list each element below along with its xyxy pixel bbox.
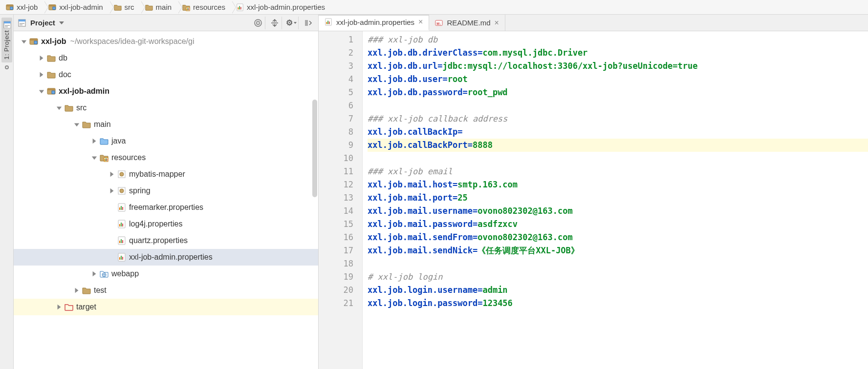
folder-icon [145,3,153,11]
excluded-icon [65,303,73,311]
hide-panel-button[interactable] [301,17,315,29]
code-body[interactable]: ### xxl-job dbxxl.job.db.driverClass=com… [363,31,868,369]
property-value: root [448,74,468,84]
editor-tab-bar: xxl-job-admin.properties×README.md× [319,15,868,31]
code-line[interactable]: xxl.job.mail.sendNick=《任务调度平台XXL-JOB》 [368,244,868,257]
code-line[interactable]: ### xxl-job db [368,33,868,46]
editor-tab[interactable]: README.md× [429,15,505,31]
property-key: xxl.job.db.driverClass [368,48,477,58]
editor-tab[interactable]: xxl-job-admin.properties× [319,15,429,31]
expand-arrow-icon[interactable] [38,88,45,95]
tree-item[interactable]: java [14,133,318,149]
tree-item[interactable]: doc [14,66,318,83]
tree-item[interactable]: test [14,282,318,299]
tree-item[interactable]: main [14,116,318,133]
expand-arrow-icon[interactable] [21,38,27,45]
property-key: xxl.job.mail.sendFrom [368,232,473,242]
code-line[interactable]: xxl.job.mail.host=smtp.163.com [368,178,868,191]
close-icon[interactable]: × [418,18,423,26]
line-number: 21 [319,297,353,310]
expand-arrow-icon[interactable] [56,304,63,310]
tree-item[interactable]: xxl-job-admin.properties [14,249,318,266]
property-value: 《任务调度平台XXL-JOB》 [477,246,579,255]
breadcrumb-item[interactable]: resources [178,0,232,14]
code-line[interactable]: xxl.job.mail.sendFrom=ovono802302@163.co… [368,231,868,244]
project-tool-button[interactable]: 1: Project [1,18,12,62]
expand-arrow-icon[interactable] [56,104,63,111]
pin-icon [5,65,9,69]
code-comment: ### xxl-job db [368,35,437,44]
code-line[interactable] [368,99,868,112]
expand-arrow-icon[interactable] [73,287,80,294]
breadcrumb-item[interactable]: main [141,0,179,14]
code-line[interactable] [368,257,868,270]
code-line[interactable] [368,152,868,165]
close-icon[interactable]: × [495,19,499,27]
code-line[interactable]: xxl.job.callBackPort=8888 [368,139,868,152]
expand-arrow-icon[interactable] [38,55,45,62]
tree-item[interactable]: resources [14,149,318,166]
tree-item-label: main [94,120,111,129]
code-editor[interactable]: 123456789101112131415161718192021 ### xx… [319,31,868,369]
line-number: 15 [319,218,353,231]
breadcrumb-label: xxl-job [17,3,38,11]
breadcrumb-item[interactable]: xxl-job [2,0,44,14]
line-number: 10 [319,152,353,165]
module-icon [6,3,14,11]
expand-arrow-icon[interactable] [38,71,45,78]
code-line[interactable]: ### xxl-job callback address [368,112,868,125]
code-line[interactable]: xxl.job.login.username=admin [368,284,868,297]
tree-item[interactable]: xxl-job~/workspaces/idea-git-workspace/g… [14,33,318,50]
equals-sign: = [453,193,457,203]
tree-item[interactable]: webapp [14,266,318,282]
breadcrumb-item[interactable]: xxl-job-admin [44,0,109,14]
code-line[interactable]: xxl.job.db.password=root_pwd [368,86,868,99]
equals-sign: = [462,87,467,97]
expand-arrow-icon[interactable] [91,270,98,277]
property-value: admin [482,285,507,295]
tab-label: xxl-job-admin.properties [336,18,414,26]
expand-arrow-icon[interactable] [108,187,115,194]
property-key: xxl.job.callBackIp [368,127,457,137]
tab-label: README.md [447,19,490,27]
code-line[interactable]: ### xxl-job email [368,165,868,178]
property-value: 123456 [482,298,512,308]
expand-arrow-icon[interactable] [73,121,80,128]
tree-item-label: target [76,303,96,311]
line-number: 1 [319,33,353,46]
tree-item[interactable]: db [14,50,318,66]
line-number: 5 [319,86,353,99]
breadcrumb-item[interactable]: src [110,0,141,14]
code-line[interactable]: # xxl-job login [368,270,868,284]
tree-item[interactable]: spring [14,183,318,199]
project-tree[interactable]: xxl-job~/workspaces/idea-git-workspace/g… [14,31,318,369]
tree-scrollbar[interactable] [312,100,317,197]
code-line[interactable]: xxl.job.mail.password=asdfzxcv [368,218,868,231]
code-line[interactable]: xxl.job.db.driverClass=com.mysql.jdbc.Dr… [368,46,868,60]
code-line[interactable]: xxl.job.callBackIp= [368,125,868,139]
code-line[interactable]: xxl.job.db.url=jdbc:mysql://localhost:33… [368,60,868,73]
tree-item[interactable]: target [14,299,318,315]
tree-item[interactable]: quartz.properties [14,232,318,249]
tree-item[interactable]: log4j.properties [14,216,318,232]
scroll-to-source-button[interactable] [251,17,265,29]
property-value: root_pwd [468,87,508,97]
expand-arrow-icon[interactable] [108,171,115,178]
project-panel-title: Project [30,19,55,27]
settings-button[interactable]: ⚙ [284,17,299,29]
property-key: xxl.job.mail.username [368,206,473,216]
tree-item[interactable]: mybatis-mapper [14,166,318,183]
tree-item[interactable]: src [14,100,318,116]
code-line[interactable]: xxl.job.db.user=root [368,73,868,86]
equals-sign: = [473,232,477,242]
breadcrumb-item[interactable]: xxl-job-admin.properties [232,0,332,14]
collapse-all-button[interactable] [267,17,282,29]
tree-item[interactable]: xxl-job-admin [14,83,318,100]
chevron-down-icon[interactable] [59,21,64,24]
expand-arrow-icon[interactable] [91,154,98,161]
code-line[interactable]: xxl.job.login.password=123456 [368,297,868,310]
code-line[interactable]: xxl.job.mail.port=25 [368,191,868,205]
tree-item[interactable]: freemarker.properties [14,199,318,216]
expand-arrow-icon[interactable] [91,138,98,144]
code-line[interactable]: xxl.job.mail.username=ovono802302@163.co… [368,205,868,218]
